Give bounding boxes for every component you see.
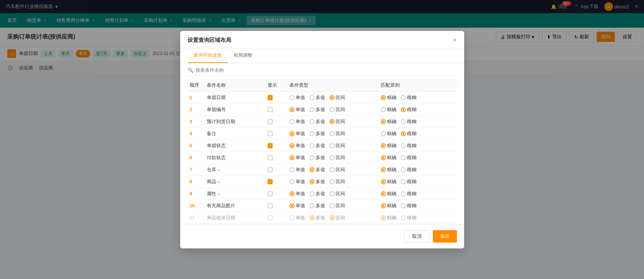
search-box: 🔍	[187, 67, 457, 76]
tab-query-fields[interactable]: 查询字段设置	[187, 48, 228, 63]
modal-overlay: 设置查询区域布局 × 查询字段设置 布局调整 🔍 顺序	[0, 0, 644, 75]
tab-layout[interactable]: 布局调整	[228, 48, 258, 63]
dialog-close-btn[interactable]: ×	[453, 37, 457, 43]
search-input[interactable]	[195, 67, 268, 73]
dialog-header: 设置查询区域布局 ×	[180, 31, 464, 48]
dialog-title: 设置查询区域布局	[187, 37, 231, 44]
search-icon: 🔍	[187, 67, 193, 73]
dialog-tabs: 查询字段设置 布局调整	[180, 48, 464, 63]
settings-dialog: 设置查询区域布局 × 查询字段设置 布局调整 🔍 顺序	[180, 31, 464, 76]
dialog-search-area: 🔍	[180, 63, 464, 76]
